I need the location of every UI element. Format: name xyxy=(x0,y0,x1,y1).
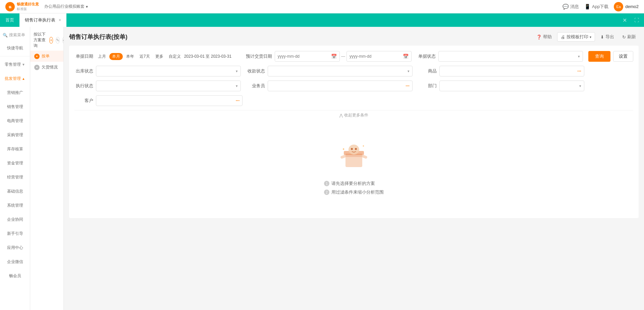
sidebar-item-enterprise[interactable]: 企业协同 xyxy=(1,213,29,226)
filter-row-2: 出库状态 ▾ 收款状态 ▾ 商品 xyxy=(74,66,633,76)
sidebar-item-wholesale[interactable]: 批发管理 ▲ xyxy=(1,72,29,85)
logo-text: 畅捷通好生意 标准版 xyxy=(17,2,39,11)
message-icon: 💬 xyxy=(562,4,569,10)
doc-status-chevron: ▾ xyxy=(578,54,580,59)
sub-sidebar: 按以下方案查询 + ✎ « ● 按单 ● 欠货情况 xyxy=(30,27,64,310)
help-icon: ❓ xyxy=(536,35,542,40)
goods-dots-icon: ··· xyxy=(577,68,581,74)
page-actions: ❓ 帮助 🖨 按模板打印 ▾ ⬇ 导出 ↻ 刷新 xyxy=(534,32,639,42)
filter-content: 单据日期 上月 本月 本年 近7天 更多 自定义 2023-03-01 至 20… xyxy=(69,46,639,120)
template-print-btn[interactable]: 🖨 按模板打印 ▾ xyxy=(557,32,595,42)
customer-select[interactable]: ··· xyxy=(96,95,243,106)
sidebar-item-inventory[interactable]: 库存核算 xyxy=(1,142,29,156)
goods-select[interactable]: ··· xyxy=(439,66,584,76)
delivery-status-select[interactable]: ▾ xyxy=(96,66,241,76)
help-btn[interactable]: ❓ 帮助 xyxy=(534,33,554,41)
page-title: 销售订单执行表(按单) xyxy=(69,33,127,41)
expected-date-end[interactable]: 📅 xyxy=(346,51,412,62)
sidebar-item-onboarding[interactable]: 新手引导 xyxy=(1,227,29,240)
add-scheme-btn[interactable]: + xyxy=(49,37,53,44)
expected-date-start[interactable]: 📅 xyxy=(275,51,340,62)
period-more[interactable]: 更多 xyxy=(153,53,165,60)
search-menu-btn[interactable]: 🔍 搜索菜单 xyxy=(0,30,30,41)
empty-illustration: ✦ ✦ xyxy=(337,140,371,174)
payment-status-label: 收款状态 xyxy=(246,68,265,74)
industry-selector[interactable]: 办公用品行业模拟账套 ▾ xyxy=(42,2,91,11)
retail-expand-icon: ▼ xyxy=(22,63,25,66)
user-area[interactable]: Ea demo2 xyxy=(614,2,639,11)
department-label: 部门 xyxy=(418,83,437,89)
sub-sidebar-item-debt[interactable]: ● 欠货情况 xyxy=(30,62,63,73)
empty-state: ✦ ✦ 1 请先选择要分析的方案 2 用过滤条件来缩小分析范围 xyxy=(69,120,639,218)
content-area: 销售订单执行表(按单) ❓ 帮助 🖨 按模板打印 ▾ ⬇ 导出 ↻ 刷新 xyxy=(64,27,644,310)
delivery-status-chevron: ▾ xyxy=(236,69,238,73)
filter-row-3: 执行状态 ▾ 业务员 ··· 部门 xyxy=(74,81,633,91)
tab-sales-order-exec[interactable]: 销售订单执行表 × xyxy=(19,13,66,27)
empty-tip-1: 1 请先选择要分析的方案 xyxy=(324,180,384,187)
window-close-icon: ✕ xyxy=(623,17,627,23)
salesperson-label: 业务员 xyxy=(246,83,265,89)
filter-expected-date-item: 预计交货日期 📅 — 📅 xyxy=(246,51,412,62)
press-order-icon: ● xyxy=(34,54,40,59)
sidebar-item-wechat[interactable]: 企业微信 xyxy=(1,255,29,268)
edit-scheme-btn[interactable]: ✎ xyxy=(56,37,60,44)
payment-status-select[interactable]: ▾ xyxy=(268,66,413,76)
calendar-end-icon: 📅 xyxy=(403,54,409,59)
doc-status-select[interactable]: ▾ xyxy=(438,51,583,62)
main-layout: 🔍 搜索菜单 快捷导航 零售管理 ▼ 批发管理 ▲ 营销推广 销售管理 电商管理… xyxy=(0,27,644,310)
expected-date-end-input[interactable] xyxy=(350,54,401,59)
sub-sidebar-item-press-order[interactable]: ● 按单 xyxy=(30,51,63,62)
period-this-month[interactable]: 本月 xyxy=(109,53,123,60)
svg-text:✦: ✦ xyxy=(342,147,345,151)
query-btn[interactable]: 查询 xyxy=(588,51,610,62)
period-last7days[interactable]: 近7天 xyxy=(138,53,152,60)
sidebar-item-marketing[interactable]: 营销推广 xyxy=(1,86,29,99)
exec-status-chevron: ▾ xyxy=(236,84,238,88)
sidebar-item-ecommerce[interactable]: 电商管理 xyxy=(1,114,29,127)
sidebar-item-system[interactable]: 系统管理 xyxy=(1,199,29,212)
period-this-year[interactable]: 本年 xyxy=(124,53,136,60)
sidebar-item-basic-info[interactable]: 基础信息 xyxy=(1,185,29,198)
header-left: 畅 畅捷通好生意 标准版 办公用品行业模拟账套 ▾ xyxy=(5,2,91,11)
svg-point-7 xyxy=(355,148,357,150)
salesperson-select[interactable]: ··· xyxy=(268,81,413,91)
customer-label: 客户 xyxy=(74,98,93,104)
expected-date-start-input[interactable] xyxy=(278,54,330,59)
sidebar-item-finance[interactable]: 资金管理 xyxy=(1,156,29,170)
filter-delivery-status-item: 出库状态 ▾ xyxy=(74,66,241,76)
collapse-up-icon: ⋀ xyxy=(339,113,343,118)
sidebar-item-purchase[interactable]: 采购管理 xyxy=(1,128,29,142)
sidebar-item-retail[interactable]: 零售管理 ▼ xyxy=(1,58,29,71)
refresh-btn[interactable]: ↻ 刷新 xyxy=(620,33,639,41)
template-dropdown-icon: ▾ xyxy=(590,35,591,39)
setting-btn[interactable]: 设置 xyxy=(613,51,633,62)
collapse-more-btn[interactable]: ⋀ 收起更多条件 xyxy=(74,110,633,120)
app-download-btn[interactable]: 📱 App下载 xyxy=(584,4,608,10)
svg-point-6 xyxy=(351,148,353,150)
sidebar-item-member[interactable]: 畅会员 xyxy=(1,269,29,282)
export-icon: ⬇ xyxy=(600,35,604,40)
period-last-month[interactable]: 上月 xyxy=(96,53,108,60)
sidebar-item-apps[interactable]: 应用中心 xyxy=(1,241,29,254)
sidebar-item-quick-nav[interactable]: 快捷导航 xyxy=(1,41,29,55)
sidebar-item-business[interactable]: 经营管理 xyxy=(1,170,29,184)
sidebar-item-sales-mgmt[interactable]: 销售管理 xyxy=(1,100,29,113)
export-btn[interactable]: ⬇ 导出 xyxy=(598,33,617,41)
period-custom[interactable]: 自定义 xyxy=(167,53,183,60)
exec-status-select[interactable]: ▾ xyxy=(96,81,241,91)
sub-sidebar-actions: 按以下方案查询 + ✎ « xyxy=(34,32,66,49)
filter-customer-item: 客户 ··· xyxy=(74,95,243,106)
department-select[interactable]: ▾ xyxy=(439,81,584,91)
filter-department-item: 部门 ▾ xyxy=(418,81,584,91)
nav-minimize-btn[interactable]: ✕ xyxy=(620,15,629,25)
empty-tip-2: 2 用过滤条件来缩小分析范围 xyxy=(324,189,384,195)
message-btn[interactable]: 💬 消息 xyxy=(562,4,579,10)
filter-payment-status-item: 收款状态 ▾ xyxy=(246,66,413,76)
salesperson-dots-icon: ··· xyxy=(406,83,410,89)
nav-maximize-btn[interactable]: ⛶ xyxy=(632,15,641,25)
nav-tabs: 首页 销售订单执行表 × ✕ ⛶ xyxy=(0,13,644,27)
date-label: 单据日期 xyxy=(74,53,93,59)
tab-home[interactable]: 首页 xyxy=(0,13,19,27)
tab-close-btn[interactable]: × xyxy=(59,18,61,22)
calendar-start-icon: 📅 xyxy=(331,54,337,59)
